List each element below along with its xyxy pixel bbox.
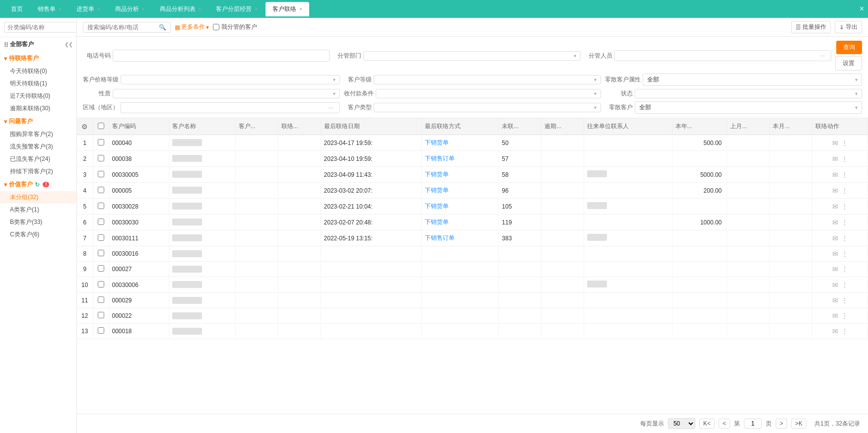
tab-customer-tier[interactable]: 客户分层经营 × <box>209 2 265 16</box>
close-all-btn[interactable]: × <box>860 4 864 13</box>
payment-select[interactable]: ▾ <box>376 89 601 98</box>
sidebar-item-overdue[interactable]: 逾期未联络(30) <box>0 102 76 115</box>
region-dots[interactable]: ··· <box>327 104 335 111</box>
apps-icon[interactable]: ⋮ <box>841 155 848 163</box>
row-checkbox[interactable] <box>98 218 104 225</box>
sidebar-item-declining[interactable]: 持续下滑客户(2) <box>0 165 76 178</box>
chat-icon[interactable]: ✉ <box>832 187 838 195</box>
apps-icon[interactable]: ⋮ <box>841 187 848 195</box>
customer-level-select[interactable]: ▾ <box>374 75 601 84</box>
my-customers-checkbox[interactable] <box>213 24 219 30</box>
tab-home[interactable]: 首页 <box>4 2 30 16</box>
page-size-select[interactable]: 50 20 100 <box>668 418 695 429</box>
reset-button[interactable]: 设置 <box>835 56 862 71</box>
chat-icon[interactable]: ✉ <box>832 203 838 211</box>
tab-customer-contact[interactable]: 客户联络 × <box>266 2 309 16</box>
tab-purchase[interactable]: 进货单 × <box>69 2 107 16</box>
nature-select[interactable]: ▾ <box>113 89 340 98</box>
row-checkbox[interactable] <box>98 139 104 145</box>
collapse-btn[interactable]: ❮❮ <box>65 42 72 47</box>
page-number-input[interactable] <box>744 419 762 429</box>
price-level-select[interactable]: ▾ <box>121 75 340 84</box>
row-checkbox[interactable] <box>98 203 104 209</box>
last-method-link[interactable]: 下销货单 <box>425 187 449 194</box>
last-method-link[interactable]: 下销货单 <box>425 203 449 210</box>
sidebar-all-customers[interactable]: ⁝⁝ 全部客户 ❮❮ <box>0 37 76 52</box>
chat-icon[interactable]: ✉ <box>832 281 838 289</box>
more-conditions-btn[interactable]: ▦ 更多条件 ▾ <box>175 23 209 31</box>
row-checkbox[interactable] <box>98 327 104 334</box>
chat-icon[interactable]: ✉ <box>832 218 838 226</box>
region-select[interactable]: ··· <box>121 102 340 113</box>
dept-select[interactable]: ▾ <box>363 51 580 61</box>
close-customer-tier-tab[interactable]: × <box>255 6 258 12</box>
chat-icon[interactable]: ✉ <box>832 155 838 163</box>
chat-icon[interactable]: ✉ <box>832 250 838 258</box>
apps-icon[interactable]: ⋮ <box>841 234 848 242</box>
last-method-link[interactable]: 下销货单 <box>425 139 449 146</box>
apps-icon[interactable]: ⋮ <box>841 139 848 147</box>
export-btn[interactable]: ⇓ 导出 <box>835 21 862 33</box>
sidebar-item-tomorrow[interactable]: 明天待联络(1) <box>0 77 76 90</box>
chat-icon[interactable]: ✉ <box>832 171 838 179</box>
row-checkbox[interactable] <box>98 265 104 272</box>
tab-product-analysis[interactable]: 商品分析 × <box>108 2 152 16</box>
last-method-link[interactable]: 下销售订单 <box>425 234 455 241</box>
person-select[interactable]: ··· <box>614 50 831 61</box>
last-method-link[interactable]: 下销售订单 <box>425 155 455 162</box>
close-customer-contact-tab[interactable]: × <box>299 6 302 12</box>
settings-icon[interactable]: ⚙ <box>81 123 88 131</box>
row-checkbox[interactable] <box>98 187 104 193</box>
refresh-icon[interactable]: ↻ <box>35 181 40 188</box>
row-checkbox[interactable] <box>98 250 104 256</box>
apps-icon[interactable]: ⋮ <box>841 218 848 226</box>
row-checkbox[interactable] <box>98 155 104 161</box>
last-method-link[interactable]: 下销货单 <box>425 218 449 225</box>
status-select[interactable]: ▾ <box>635 89 862 98</box>
prev-page-btn[interactable]: < <box>719 419 730 429</box>
phone-input[interactable] <box>113 50 330 62</box>
apps-icon[interactable]: ⋮ <box>841 203 848 211</box>
chat-icon[interactable]: ✉ <box>832 327 838 335</box>
sidebar-group-pending[interactable]: ▾ 待联络客户 <box>0 52 76 65</box>
close-purchase-tab[interactable]: × <box>97 6 100 12</box>
apps-icon[interactable]: ⋮ <box>841 281 848 289</box>
next-page-btn[interactable]: > <box>776 419 787 429</box>
chat-icon[interactable]: ✉ <box>832 265 838 273</box>
row-checkbox[interactable] <box>98 296 104 303</box>
sidebar-group-value[interactable]: ▾ 价值客户 ↻ ! <box>0 178 76 191</box>
last-method-link[interactable]: 下销货单 <box>425 171 449 178</box>
chat-icon[interactable]: ✉ <box>832 296 838 304</box>
tab-sales[interactable]: 销售单 × <box>31 2 68 16</box>
close-sales-tab[interactable]: × <box>59 6 62 12</box>
apps-icon[interactable]: ⋮ <box>841 296 848 304</box>
last-page-btn[interactable]: >K <box>791 419 806 429</box>
sidebar-item-today[interactable]: 今天待联络(0) <box>0 65 76 77</box>
tab-product-list[interactable]: 商品分析列表 × <box>153 2 208 16</box>
query-button[interactable]: 查询 <box>836 41 862 54</box>
sidebar-item-7days[interactable]: 近7天待联络(0) <box>0 90 76 102</box>
sidebar-item-unclassified[interactable]: 未分组(32) <box>0 191 76 204</box>
select-all-checkbox[interactable] <box>98 123 104 129</box>
sidebar-item-class-c[interactable]: C类客户(6) <box>0 228 76 241</box>
chat-icon[interactable]: ✉ <box>832 234 838 242</box>
sidebar-search-input[interactable] <box>4 22 77 33</box>
filter-search-input[interactable] <box>87 24 157 31</box>
person-dots[interactable]: ··· <box>818 52 827 59</box>
customer-type-select[interactable]: ▾ <box>374 103 601 112</box>
apps-icon[interactable]: ⋮ <box>841 265 848 273</box>
sidebar-item-class-b[interactable]: B类客户(33) <box>0 216 76 228</box>
chat-icon[interactable]: ✉ <box>832 139 838 147</box>
batch-ops-btn[interactable]: ☰ 批量操作 <box>791 21 831 33</box>
row-checkbox[interactable] <box>98 312 104 318</box>
filter-search-icon[interactable]: 🔍 <box>159 24 166 31</box>
apps-icon[interactable]: ⋮ <box>841 327 848 335</box>
row-checkbox[interactable] <box>98 171 104 177</box>
row-checkbox[interactable] <box>98 281 104 288</box>
close-product-list-tab[interactable]: × <box>199 6 201 12</box>
sidebar-group-problem[interactable]: ▾ 问题客户 <box>0 115 76 128</box>
apps-icon[interactable]: ⋮ <box>841 171 848 179</box>
apps-icon[interactable]: ⋮ <box>841 250 848 258</box>
chat-icon[interactable]: ✉ <box>832 312 838 320</box>
first-page-btn[interactable]: K< <box>699 419 715 429</box>
